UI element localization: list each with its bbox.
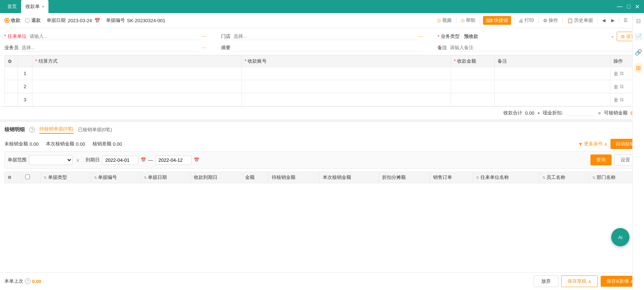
window-close-icon[interactable]: ✕ [633,3,641,11]
row1-remark[interactable] [494,67,610,80]
btcol-check[interactable] [22,172,40,183]
shortcut-btn[interactable]: ⌨ 快捷键 [483,16,511,25]
footer: 本单上次 ? 0.00 放弃 保存草稿 ∧ 保存&新增 ∧ [0,272,644,290]
ai-float-btn[interactable]: Ai [611,228,629,246]
row1-amount[interactable] [451,67,494,80]
counterpart-field: 往来单位 ··· [4,33,207,40]
radio-receipt[interactable]: 收款 [4,17,20,24]
counterpart-input[interactable] [28,33,200,40]
verify-table: ⚙ ⇅ 单据类型 ⇅ 单据编号 ⇅ 单据日期 [4,172,640,183]
calendar-from-icon[interactable]: 📅 [141,157,146,162]
diff-label: 核销差额 [93,141,111,147]
history-btn[interactable]: 📋 历史单据 [566,16,594,24]
sidebar-link-icon[interactable]: 🔗 [633,47,644,57]
salesperson-input[interactable] [20,44,200,51]
row1-copy-icon[interactable]: ⧉ [620,70,624,77]
row2-num: 2 [18,80,32,93]
salesperson-more-btn[interactable]: ··· [201,44,206,51]
sidebar-doc-icon[interactable]: 📄 [633,32,644,42]
nav-receipt-label: 收款单 [25,3,40,10]
range-filter: 单据范围 ∨ [8,155,80,165]
row1-delete-icon[interactable]: 🗑 [613,71,619,77]
btcol-amount: 金额 [242,172,269,183]
date-filter: 到期日 📅 — 📅 [86,156,199,165]
sidebar-expand-icon[interactable]: ⊞ [635,63,642,73]
row3-remark[interactable] [494,93,610,106]
save-draft-arrow: ∧ [588,279,592,284]
video-btn[interactable]: ⊙ 视频 [436,16,453,24]
row1-account[interactable] [242,67,451,80]
discard-btn[interactable]: 放弃 [534,275,558,287]
btcol-date: ⇅ 单据日期 [141,172,191,183]
nav-window-actions: — □ ✕ [615,3,641,11]
calendar-to-icon[interactable]: 📅 [194,157,199,162]
btcol-type: ⇅ 单据类型 [41,172,91,183]
print-btn[interactable]: 🖨 打印 [517,16,535,24]
radio-refund[interactable]: 退款 [25,17,41,24]
date-from-input[interactable] [102,156,138,165]
gear-header-icon: ⚙ [8,59,12,64]
btcol-due: 收款到期日 [191,172,242,183]
operate-label: 操作 [549,17,558,24]
divider-3 [514,17,514,23]
row2-account[interactable] [242,80,451,93]
save-draft-btn[interactable]: 保存草稿 ∧ [561,275,598,287]
remark-input[interactable] [448,44,640,51]
tab-pending[interactable]: 待核销单据(0笔) [39,126,74,134]
operate-btn[interactable]: ⚙ 操作 [542,16,559,24]
row2-amount[interactable] [451,80,494,93]
verify-title: 核销明细 [4,126,25,133]
nav-left-btn[interactable]: ◀ [601,17,607,24]
row3-account[interactable] [242,93,451,106]
row3-copy-icon[interactable]: ⧉ [620,97,624,103]
more-conditions-btn[interactable]: ▼ 更多条件 ∧ [578,141,608,147]
btcol-gear[interactable]: ⚙ [5,172,22,183]
range-select[interactable] [29,155,72,165]
right-sidebar: ⊟ 📄 🔗 ⊞ [632,13,644,290]
col-employee-label: 员工名称 [546,175,565,180]
discount-input[interactable] [566,110,595,116]
table-remark-header: 备注 [494,56,610,67]
nav-home[interactable]: 首页 [3,0,21,13]
table-gear-header[interactable]: ⚙ [5,56,18,67]
nav-close-icon[interactable]: × [42,4,44,9]
footer-info-icon[interactable]: ? [25,278,31,284]
query-btn[interactable]: 查询 [590,154,612,165]
nav-receipt[interactable]: 收款单 × [21,0,48,13]
col-partner-label: 往来单位名称 [480,175,509,180]
radio-refund-label: 退款 [31,17,41,24]
select-all-checkbox[interactable] [25,175,30,179]
row1-num: 1 [18,67,32,80]
divider-1 [456,17,456,23]
total-label: 收款合计 [503,110,522,116]
row2-copy-icon[interactable]: ⧉ [620,83,624,90]
window-max-icon[interactable]: □ [625,3,632,11]
row3-settlement[interactable] [32,93,242,106]
row2-delete-icon[interactable]: 🗑 [613,84,619,90]
shop-more-btn[interactable]: ··· [418,33,423,40]
nav-right-btn[interactable]: ▶ [610,17,616,24]
date-label: 单据日期 [47,17,66,24]
summary-input[interactable] [232,44,423,51]
counterpart-more-btn[interactable]: ··· [201,33,206,40]
tab-done[interactable]: 已核销单据(0笔) [78,126,112,133]
btcol-no: ⇅ 单据编号 [91,172,141,183]
list-view-btn[interactable]: ☰ [622,17,629,24]
calendar-icon[interactable]: 📅 [94,18,100,23]
help-btn[interactable]: ⊙ 帮助 [459,16,477,24]
col-no-label: 单据编号 [98,175,117,180]
row3-delete-icon[interactable]: 🗑 [613,97,619,103]
shop-input[interactable] [232,33,417,40]
row2-settlement[interactable] [32,80,242,93]
date-to-input[interactable] [155,156,192,165]
radio-refund-dot [25,18,30,23]
row3-amount[interactable] [451,93,494,106]
window-min-icon[interactable]: — [615,3,624,11]
business-type-dropdown[interactable]: ∨ [611,35,614,39]
row1-settlement[interactable] [32,67,242,80]
btcol-current: 本次核销金额 [320,172,379,183]
salesperson-label: 业务员 [4,44,19,51]
row2-remark[interactable] [494,80,610,93]
sidebar-table-icon[interactable]: ⊟ [635,16,642,26]
verify-info-icon[interactable]: ? [29,127,35,133]
